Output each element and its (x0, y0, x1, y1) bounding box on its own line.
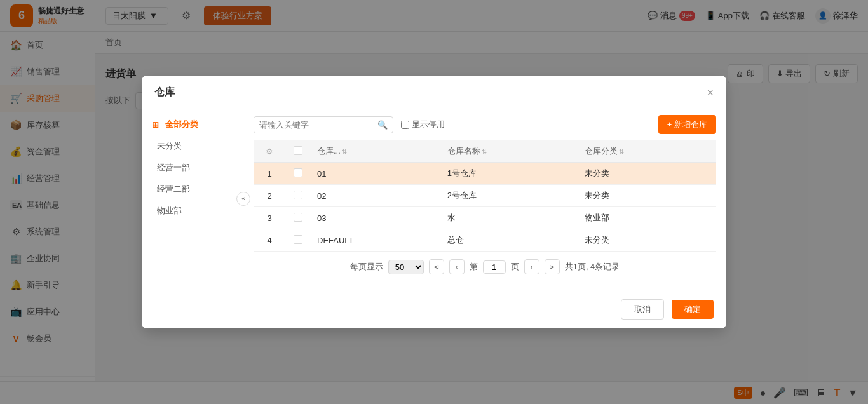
row-seq: 4 (254, 229, 285, 252)
col-checkbox[interactable] (285, 140, 311, 163)
page-last-btn[interactable]: ⊳ (545, 259, 560, 274)
col-code[interactable]: 仓库...⇅ (311, 140, 441, 163)
table-panel: 🔍 显示停用 + 新增仓库 ⚙ (243, 107, 726, 290)
modal-header: 仓库 × (142, 76, 726, 107)
modal-close-btn[interactable]: × (707, 87, 714, 98)
category-item-ops2[interactable]: 经营二部 (142, 178, 243, 200)
show-disabled-checkbox[interactable] (401, 121, 409, 129)
pagination: 每页显示 50 100 200 ⊲ ‹ 第 页 › ⊳ 共1页, 4条记录 (254, 252, 716, 282)
row-category: 未分类 (578, 185, 716, 207)
row-code: 01 (311, 163, 441, 185)
checkbox-row2[interactable] (294, 191, 302, 199)
table-row[interactable]: 1 01 1号仓库 未分类 (254, 163, 716, 185)
table-header-row: ⚙ 仓库...⇅ 仓库名称⇅ 仓库分类⇅ (254, 140, 716, 163)
table-toolbar: 🔍 显示停用 + 新增仓库 (254, 115, 716, 134)
row-checkbox[interactable] (285, 229, 311, 252)
row-seq: 1 (254, 163, 285, 185)
cancel-button[interactable]: 取消 (621, 299, 664, 320)
add-warehouse-btn[interactable]: + 新增仓库 (658, 115, 716, 134)
modal-title: 仓库 (154, 86, 175, 99)
row-seq: 3 (254, 207, 285, 229)
sort-arrow-code: ⇅ (342, 148, 347, 155)
table-scroll-area: ⚙ 仓库...⇅ 仓库名称⇅ 仓库分类⇅ 1 01 (254, 140, 716, 252)
row-name: 1号仓库 (441, 163, 579, 185)
search-box: 🔍 (254, 116, 393, 133)
show-disabled-label[interactable]: 显示停用 (401, 119, 445, 130)
category-item-ops1[interactable]: 经营一部 (142, 157, 243, 178)
page-next-btn[interactable]: › (524, 259, 539, 274)
row-name: 2号仓库 (441, 185, 579, 207)
table-row[interactable]: 2 02 2号仓库 未分类 (254, 185, 716, 207)
page-size-select[interactable]: 50 100 200 (388, 260, 424, 274)
row-category: 物业部 (578, 207, 716, 229)
sort-arrow-category: ⇅ (619, 148, 624, 155)
col-gear[interactable]: ⚙ (254, 140, 285, 163)
warehouse-table: ⚙ 仓库...⇅ 仓库名称⇅ 仓库分类⇅ 1 01 (254, 140, 716, 252)
modal-body: ⊞ 全部分类 未分类 经营一部 经营二部 物业部 « 🔍 (142, 107, 726, 290)
row-seq: 2 (254, 185, 285, 207)
row-checkbox[interactable] (285, 207, 311, 229)
checkbox-row1[interactable] (294, 168, 302, 177)
page-prev-btn[interactable]: ‹ (449, 259, 465, 274)
modal-overlay[interactable]: 仓库 × ⊞ 全部分类 未分类 经营一部 经营二部 物业部 « (0, 0, 868, 404)
category-item-property[interactable]: 物业部 (142, 200, 243, 222)
grid-icon: ⊞ (152, 120, 159, 130)
category-panel: ⊞ 全部分类 未分类 经营一部 经营二部 物业部 « (142, 107, 243, 290)
collapse-panel-btn[interactable]: « (236, 192, 250, 206)
table-row[interactable]: 3 03 水 物业部 (254, 207, 716, 229)
page-number-input[interactable] (483, 260, 506, 274)
row-checkbox[interactable] (285, 163, 311, 185)
col-category[interactable]: 仓库分类⇅ (578, 140, 716, 163)
category-item-uncategorized[interactable]: 未分类 (142, 135, 243, 157)
table-row[interactable]: 4 DEFAULT 总仓 未分类 (254, 229, 716, 252)
checkbox-row4[interactable] (294, 235, 302, 244)
modal-footer: 取消 确定 (142, 290, 726, 328)
sort-arrow-name: ⇅ (482, 148, 487, 155)
row-category: 未分类 (578, 163, 716, 185)
header-checkbox[interactable] (294, 146, 302, 155)
search-icon[interactable]: 🔍 (372, 117, 393, 133)
table-toolbar-left: 🔍 显示停用 (254, 116, 445, 133)
row-code: DEFAULT (311, 229, 441, 252)
search-input[interactable] (254, 117, 372, 133)
row-category: 未分类 (578, 229, 716, 252)
checkbox-row3[interactable] (294, 213, 302, 222)
warehouse-modal: 仓库 × ⊞ 全部分类 未分类 经营一部 经营二部 物业部 « (142, 76, 726, 328)
row-code: 02 (311, 185, 441, 207)
page-first-btn[interactable]: ⊲ (429, 259, 444, 274)
row-name: 水 (441, 207, 579, 229)
row-code: 03 (311, 207, 441, 229)
col-name[interactable]: 仓库名称⇅ (441, 140, 579, 163)
confirm-button[interactable]: 确定 (672, 300, 714, 319)
row-name: 总仓 (441, 229, 579, 252)
row-checkbox[interactable] (285, 185, 311, 207)
category-all-item[interactable]: ⊞ 全部分类 (142, 114, 243, 135)
